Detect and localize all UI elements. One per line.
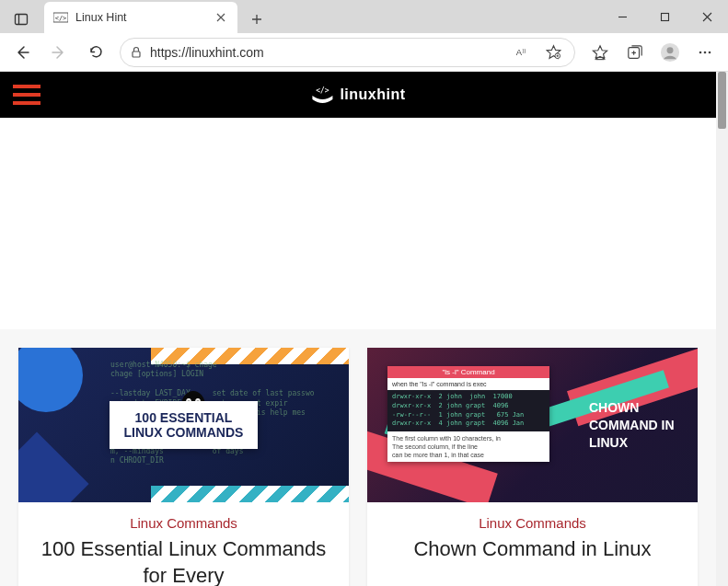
article-body: Linux Commands Chown Command in Linux [367,502,698,567]
tab-strip: </> Linux Hint [6,0,271,33]
banner-line: LINUX COMMANDS [124,425,244,440]
svg-text:</>: </> [316,86,329,95]
svg-point-15 [699,51,702,53]
lock-icon [130,46,143,59]
viewport: </> linuxhint user@host-N4050:~$ chage c… [0,72,728,586]
svg-point-17 [709,51,711,53]
maximize-button[interactable] [643,0,686,33]
thumbnail-banner: 100 ESSENTIAL LINUX COMMANDS [110,401,259,449]
ad-space [0,118,716,329]
article-body: Linux Commands 100 Essential Linux Comma… [18,502,349,586]
window-controls [601,0,728,33]
toolbar-actions [583,36,722,69]
tab-close-button[interactable] [214,10,228,25]
logo-icon: </> [310,83,334,107]
tab-title: Linux Hint [75,11,206,24]
tab-actions-button[interactable] [6,6,37,33]
close-window-button[interactable] [686,0,728,33]
back-button[interactable] [6,36,39,69]
menu-button[interactable] [13,79,44,110]
url-text: https://linuxhint.com [150,45,503,60]
hamburger-bar-icon [13,101,40,105]
profile-button[interactable] [653,36,688,69]
thumbnail-title: CHOWN COMMAND IN LINUX [589,399,681,452]
mini-window-term: drwxr-xr-x 2 john john 17000 drwxr-xr-x … [387,390,549,431]
read-aloud-button[interactable]: A)) [510,36,534,69]
site-header: </> linuxhint [0,72,716,118]
collections-button[interactable] [618,36,653,69]
article-card[interactable]: user@host-N4050:~$ chage chage [options]… [18,348,349,586]
article-grid: user@host-N4050:~$ chage chage [options]… [0,329,716,586]
page-content: </> linuxhint user@host-N4050:~$ chage c… [0,72,716,586]
minimize-button[interactable] [601,0,643,33]
favorites-star-button[interactable] [541,36,565,69]
svg-point-16 [704,51,707,53]
banner-line: 100 ESSENTIAL [135,410,233,425]
browser-tab[interactable]: </> Linux Hint [44,2,237,33]
svg-point-14 [667,47,674,53]
article-category[interactable]: Linux Commands [376,515,688,531]
svg-rect-6 [133,52,140,57]
mini-window-body: when the "ls -l" command is exec [387,378,549,390]
article-category[interactable]: Linux Commands [28,515,340,531]
scrollbar-track[interactable] [716,72,728,586]
svg-text:</>: </> [55,15,67,22]
browser-titlebar: </> Linux Hint [0,0,728,33]
new-tab-button[interactable] [243,6,271,33]
refresh-button[interactable] [79,36,112,69]
article-thumbnail: "ls -l" Command when the "ls -l" command… [367,348,698,502]
browser-toolbar: https://linuxhint.com A)) [0,33,728,72]
hamburger-bar-icon [13,93,40,97]
site-logo[interactable]: </> linuxhint [310,83,405,107]
address-bar[interactable]: https://linuxhint.com A)) [120,38,575,67]
svg-rect-5 [661,13,668,20]
settings-menu-button[interactable] [688,36,722,69]
mini-window-note: The first column with 10 characters, in … [387,431,549,462]
forward-button[interactable] [42,36,75,69]
article-card[interactable]: "ls -l" Command when the "ls -l" command… [367,348,698,586]
article-title[interactable]: 100 Essential Linux Commands for Every [28,536,340,586]
scrollbar-thumb[interactable] [718,72,726,129]
favicon-icon: </> [53,10,68,25]
article-thumbnail: user@host-N4050:~$ chage chage [options]… [18,348,349,502]
mini-window-header: "ls -l" Command [387,366,549,378]
svg-rect-0 [16,15,28,25]
svg-text:)): )) [522,48,526,53]
article-title[interactable]: Chown Command in Linux [376,536,688,563]
favorites-list-button[interactable] [583,36,618,69]
logo-text: linuxhint [340,86,405,103]
hamburger-bar-icon [13,85,40,88]
mini-window: "ls -l" Command when the "ls -l" command… [387,366,549,462]
